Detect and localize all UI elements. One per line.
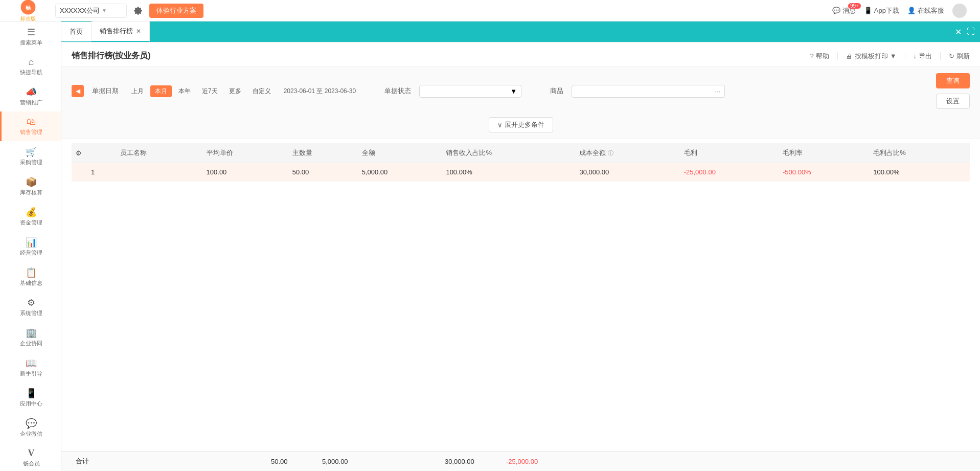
- trial-industry-button[interactable]: 体验行业方案: [149, 4, 203, 18]
- sidebar-item-quicknav[interactable]: ⌂ 快捷导航: [0, 52, 61, 81]
- inventory-icon: 📦: [26, 176, 37, 188]
- export-button[interactable]: ↓ 导出: [914, 52, 932, 61]
- th-rank: [87, 143, 116, 163]
- help-button[interactable]: ? 帮助: [810, 52, 829, 61]
- expand-more-row: ∨ 展开更多条件: [72, 113, 970, 132]
- sidebar-item-operations[interactable]: 📊 经营管理: [0, 232, 61, 262]
- filter-row-main: ◀ 单据日期 上月 本月 本年 近7天 更多 自定义 2023-06-01 至 …: [72, 73, 970, 109]
- window-close-icon[interactable]: ✕: [955, 27, 962, 37]
- template-print-button[interactable]: 🖨 按模板打印 ▼: [846, 52, 897, 61]
- setting-button[interactable]: 设置: [936, 94, 970, 109]
- sidebar-item-member[interactable]: V 畅会员: [0, 443, 61, 471]
- sidebar-item-label: 企业协同: [20, 340, 42, 347]
- tab-active-label: 销售排行榜: [100, 27, 133, 36]
- sidebar-item-label: 经营管理: [20, 249, 42, 257]
- tab-home[interactable]: 首页: [61, 22, 92, 41]
- sidebar-item-guide[interactable]: 📖 新手引导: [0, 352, 61, 383]
- message-button[interactable]: 💬 消息 99+: [832, 6, 856, 15]
- operations-icon: 📊: [26, 237, 37, 248]
- sidebar-item-purchase[interactable]: 🛒 采购管理: [0, 141, 61, 171]
- query-button[interactable]: 查询: [936, 73, 970, 88]
- system-icon: ⚙: [27, 297, 35, 308]
- date-btn-7days[interactable]: 近7天: [197, 85, 222, 97]
- home-icon: ⌂: [29, 57, 34, 68]
- sidebar-item-label: 应用中心: [20, 400, 42, 408]
- filter-right: 查询 设置: [936, 73, 970, 109]
- table-footer: 合计 50.00 5,000.00 30,000.00 -25,000.00: [61, 451, 980, 471]
- topbar-settings-button[interactable]: [131, 4, 145, 18]
- marketing-icon: 📣: [26, 86, 37, 98]
- tab-sales-rank[interactable]: 销售排行榜 ✕: [92, 21, 150, 42]
- td-gross-rate: -500.00%: [779, 163, 869, 182]
- sidebar-item-search[interactable]: ☰ 搜索菜单: [0, 21, 61, 52]
- sidebar-item-basics[interactable]: 📋 基础信息: [0, 262, 61, 292]
- finance-icon: 💰: [26, 207, 37, 218]
- td-amount: 5,000.00: [358, 163, 442, 182]
- page-header: 销售排行榜(按业务员) ? 帮助 🖨 按模板打印 ▼: [61, 42, 980, 67]
- td-gross-ratio: 100.00%: [869, 163, 970, 182]
- goods-more-icon: ···: [715, 87, 720, 95]
- td-quantity: 50.00: [288, 163, 358, 182]
- enterprise-icon: 🏢: [26, 327, 37, 339]
- date-btn-custom[interactable]: 自定义: [248, 85, 276, 97]
- date-btn-more[interactable]: 更多: [224, 85, 246, 97]
- th-avg-price: 平均单价: [202, 143, 288, 163]
- divider: [905, 52, 905, 60]
- td-cost: 30,000.00: [575, 163, 679, 182]
- sidebar-item-label: 资金管理: [20, 219, 42, 227]
- td-sales-ratio: 100.00%: [442, 163, 575, 182]
- topbar-right: 💬 消息 99+ 📱 App下载 👤 在线客服: [832, 4, 975, 18]
- th-settings[interactable]: ⚙: [72, 143, 87, 163]
- divider: [940, 52, 941, 60]
- sidebar-item-label: 畅会员: [23, 460, 40, 467]
- td-avg-price: 100.00: [202, 163, 288, 182]
- page-content: 销售排行榜(按业务员) ? 帮助 🖨 按模板打印 ▼: [61, 42, 980, 471]
- gear-icon: [134, 7, 142, 15]
- th-amount: 全额: [358, 143, 442, 163]
- tab-close-icon[interactable]: ✕: [136, 28, 141, 35]
- th-gross-rate: 毛利率: [779, 143, 869, 163]
- window-expand-icon[interactable]: ⛶: [967, 27, 975, 36]
- logo-icon: 畅: [20, 0, 36, 15]
- th-quantity: 主数量: [288, 143, 358, 163]
- sidebar-item-inventory[interactable]: 📦 库存核算: [0, 171, 61, 201]
- date-btn-this-month[interactable]: 本月: [150, 85, 172, 97]
- member-icon: V: [28, 448, 35, 459]
- date-btn-this-year[interactable]: 本年: [174, 85, 195, 97]
- sidebar-item-label: 快捷导航: [20, 69, 42, 76]
- online-service-button[interactable]: 👤 在线客服: [907, 6, 944, 15]
- footer-cost-val: 30,000.00: [441, 458, 502, 465]
- user-avatar[interactable]: [952, 4, 967, 18]
- filter-collapse-button[interactable]: ◀: [72, 85, 84, 97]
- print-chevron-icon: ▼: [890, 52, 897, 60]
- purchase-icon: 🛒: [26, 146, 37, 158]
- footer-qty-val: 50.00: [267, 458, 318, 465]
- expand-more-button[interactable]: ∨ 展开更多条件: [489, 117, 553, 132]
- sidebar-item-label: 销售管理: [20, 128, 42, 136]
- sidebar-item-wechat[interactable]: 💬 企业微信: [0, 413, 61, 443]
- sidebar-item-marketing[interactable]: 📣 营销推广: [0, 81, 61, 111]
- sidebar-item-system[interactable]: ⚙ 系统管理: [0, 292, 61, 322]
- sidebar-item-apps[interactable]: 📱 应用中心: [0, 383, 61, 413]
- goods-filter-input[interactable]: ···: [572, 85, 725, 98]
- date-btn-last-month[interactable]: 上月: [127, 85, 148, 97]
- svg-text:畅: 畅: [26, 5, 31, 10]
- sidebar-item-sales[interactable]: 🛍 销售管理: [0, 111, 61, 141]
- date-range-group: 上月 本月 本年 近7天 更多 自定义: [127, 85, 276, 97]
- th-gross-profit: 毛利: [680, 143, 779, 163]
- collapse-icon: ◀: [76, 87, 80, 95]
- table-header-row: ⚙ 员工名称 平均单价 主数量 全额 销售收入占比% 成本全额 ⓘ 毛利 毛利率: [72, 143, 970, 163]
- sidebar-item-finance[interactable]: 💰 资金管理: [0, 201, 61, 232]
- app-download-button[interactable]: 📱 App下载: [864, 6, 899, 15]
- expand-chevron-icon: ∨: [497, 121, 503, 129]
- status-filter-label: 单据状态: [384, 86, 411, 96]
- message-icon: 💬: [832, 7, 840, 14]
- download-icon: 📱: [864, 7, 872, 14]
- status-filter-select[interactable]: ▼: [419, 85, 521, 98]
- sidebar-item-enterprise[interactable]: 🏢 企业协同: [0, 322, 61, 352]
- export-icon: ↓: [914, 52, 917, 60]
- sidebar-item-label: 系统管理: [20, 309, 42, 317]
- td-settings: [72, 163, 87, 182]
- refresh-button[interactable]: ↻ 刷新: [949, 52, 970, 61]
- company-selector[interactable]: XXXXXX公司 ▼: [55, 4, 127, 18]
